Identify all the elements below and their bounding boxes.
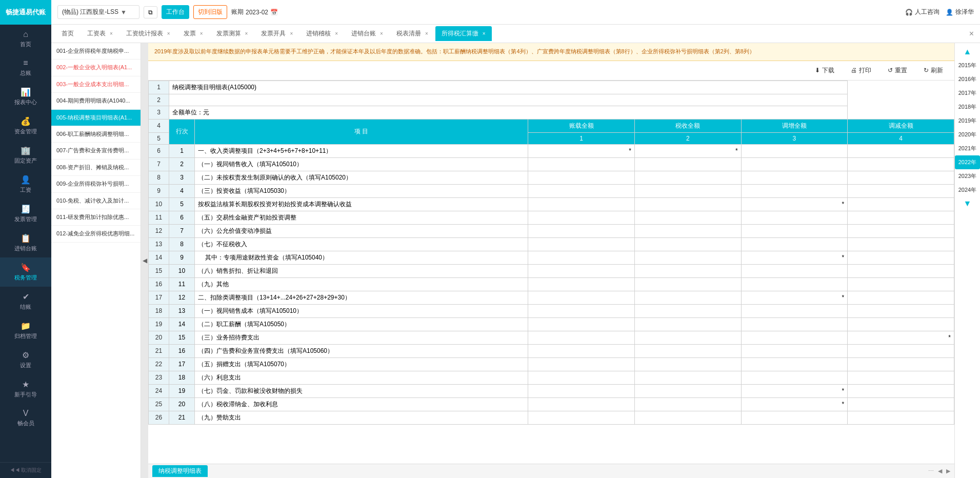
tab-close-icon[interactable]: ×	[245, 31, 248, 36]
left-panel-item-012[interactable]: 012-减免企业所得税优惠明细...	[51, 226, 141, 242]
user-info[interactable]: 👤 徐泽华	[946, 8, 974, 16]
tab-close-icon[interactable]: ×	[167, 31, 170, 36]
company-selector[interactable]: (物品) 江西股皇-LSS ▼	[57, 5, 139, 19]
close-all-tabs-button[interactable]: ×	[967, 27, 976, 41]
year-scroll-up-button[interactable]: ▲	[962, 45, 974, 58]
left-panel-item-001[interactable]: 001-企业所得税年度纳税申...	[51, 43, 141, 59]
sidebar-item-settings[interactable]: ⚙ 设置	[0, 345, 51, 374]
sidebar-item-label: 畅会员	[17, 420, 34, 427]
table-title: 纳税调整项目明细表(A105000)	[169, 81, 848, 94]
download-button[interactable]: ⬇ 下载	[810, 64, 839, 77]
year-2019[interactable]: 2019年	[955, 114, 980, 128]
sidebar-item-new-guide[interactable]: ★ 新手引导	[0, 374, 51, 404]
left-panel-item-008[interactable]: 008-资产折旧、摊销及纳税...	[51, 160, 141, 176]
tab-salary[interactable]: 工资表 ×	[81, 26, 119, 41]
sidebar-item-salary[interactable]: 👤 工资	[0, 170, 51, 199]
main-table: 1 纳税调整项目明细表(A105000) 2 3 全额单位：元	[148, 81, 954, 425]
scroll-right-icon[interactable]: ▶	[946, 468, 950, 474]
user-avatar-icon: 👤	[946, 9, 953, 16]
content-area: 001-企业所得税年度纳税申... 002-一般企业收入明细表(A1... 00…	[51, 43, 980, 478]
sidebar-item-label: 首页	[20, 41, 31, 48]
sidebar-item-invoice-mgmt[interactable]: 🧾 发票管理	[0, 199, 51, 228]
tab-purchase-ledger[interactable]: 进销台账 ×	[345, 26, 389, 41]
year-2018[interactable]: 2018年	[955, 100, 980, 114]
bottom-sheet-tab[interactable]: 纳税调整明细表	[152, 465, 208, 477]
table-toolbar: ⬇ 下载 🖨 打印 ↺ 重置 ↻ 刷新	[148, 61, 954, 81]
tab-close-icon[interactable]: ×	[200, 31, 203, 36]
copy-button[interactable]: ⧉	[144, 6, 157, 18]
sidebar-item-label: 进销台账	[14, 245, 37, 252]
panel-collapse-button[interactable]: ◀	[141, 43, 148, 478]
calendar-icon[interactable]: 📅	[270, 9, 278, 16]
table-row: 19 14 （二）职工薪酬（填写A105050）	[149, 317, 954, 331]
sidebar-item-purchase-ledger[interactable]: 📋 进销台账	[0, 228, 51, 257]
refresh-button[interactable]: ↻ 刷新	[918, 64, 948, 77]
tab-invoice-issue[interactable]: 发票开具 ×	[255, 26, 299, 41]
sidebar-item-label: 报表中心	[14, 98, 37, 106]
sidebar-item-label: 税务管理	[14, 274, 37, 282]
tab-label: 进销稽核	[306, 29, 331, 38]
left-panel-item-006[interactable]: 006-职工薪酬纳税调整明细...	[51, 126, 141, 143]
row-num-4: 4	[149, 119, 169, 132]
report-icon: 📊	[21, 87, 31, 97]
tab-tax-table[interactable]: 税表清册 ×	[390, 26, 434, 41]
reset-button[interactable]: ↺ 重置	[883, 64, 912, 77]
tab-close-icon[interactable]: ×	[335, 31, 338, 36]
sidebar-item-fixed-asset[interactable]: 🏢 固定资产	[0, 141, 51, 170]
left-panel-item-007[interactable]: 007-广告费和业务宣传费明...	[51, 143, 141, 159]
data-table-wrap[interactable]: 1 纳税调整项目明细表(A105000) 2 3 全额单位：元	[148, 81, 954, 464]
workbench-button[interactable]: 工作台	[162, 5, 189, 19]
tab-salary-report[interactable]: 工资统计报表 ×	[120, 26, 176, 41]
topbar-right: 🎧 人工咨询 👤 徐泽华	[905, 8, 974, 16]
left-panel-item-011[interactable]: 011-研发费用加计扣除优惠...	[51, 209, 141, 226]
table-row: 9 4 （三）投资收益（填写A105030）	[149, 184, 954, 197]
sidebar-item-archive[interactable]: 📁 归档管理	[0, 316, 51, 345]
sidebar-item-home[interactable]: ⌂ 首页	[0, 25, 51, 53]
year-2022[interactable]: 2022年	[955, 155, 980, 169]
header-col-e-label: 调增全额	[741, 119, 848, 132]
left-panel-item-005[interactable]: 005-纳税调整项目明细表(A1...	[51, 110, 141, 126]
table-row: 7 2 （一）视同销售收入（填写A105010）	[149, 157, 954, 171]
sidebar-item-asset-mgmt[interactable]: 💰 资金管理	[0, 111, 51, 141]
tab-close-icon[interactable]: ×	[425, 31, 428, 36]
year-2015[interactable]: 2015年	[955, 58, 980, 72]
sidebar-item-vip[interactable]: V 畅会员	[0, 404, 51, 432]
tab-close-icon[interactable]: ×	[110, 31, 113, 36]
purchase-icon: 📋	[21, 233, 31, 243]
year-2017[interactable]: 2017年	[955, 86, 980, 100]
tab-invoice-calc[interactable]: 发票测算 ×	[210, 26, 254, 41]
tab-close-icon[interactable]: ×	[380, 31, 383, 36]
support-btn[interactable]: 🎧 人工咨询	[905, 8, 939, 16]
table-row: 15 10 （八）销售折扣、折让和退回	[149, 264, 954, 277]
pin-toggle[interactable]: ◀◀ 取消固定	[0, 462, 51, 478]
tab-income-tax[interactable]: 所得税汇算缴 ×	[435, 26, 492, 41]
tab-purchase-audit[interactable]: 进销稽核 ×	[300, 26, 344, 41]
switch-old-button[interactable]: 切到旧版	[193, 5, 227, 19]
left-panel-item-009[interactable]: 009-企业所得税弥补亏损明...	[51, 176, 141, 192]
table-row: 26 21 （九）赞助支出	[149, 411, 954, 424]
tab-invoice[interactable]: 发票 ×	[177, 26, 209, 41]
header-col-a: 行次	[169, 119, 195, 144]
left-panel-item-002[interactable]: 002-一般企业收入明细表(A1...	[51, 59, 141, 76]
sidebar-item-report[interactable]: 📊 报表中心	[0, 82, 51, 111]
sidebar: 畅捷通易代账 ⌂ 首页 ≡ 总账 📊 报表中心 💰 资金管理 🏢 固定资产 👤 …	[0, 0, 51, 478]
year-2024[interactable]: 2024年	[955, 183, 980, 197]
sidebar-item-tax-mgmt[interactable]: 🔖 税务管理	[0, 257, 51, 287]
tab-close-icon[interactable]: ×	[483, 31, 486, 36]
left-panel-item-003[interactable]: 003-一般企业成本支出明细...	[51, 76, 141, 93]
left-panel-item-004[interactable]: 004-期间费用明细表(A1040...	[51, 93, 141, 109]
year-2023[interactable]: 2023年	[955, 169, 980, 183]
scroll-left-icon[interactable]: ◀	[938, 468, 942, 474]
tab-label: 工资统计报表	[126, 29, 163, 38]
left-panel-item-010[interactable]: 010-免税、减计收入及加计...	[51, 193, 141, 209]
year-2021[interactable]: 2021年	[955, 142, 980, 155]
tab-label: 税表清册	[396, 29, 421, 38]
year-2020[interactable]: 2020年	[955, 128, 980, 142]
print-button[interactable]: 🖨 打印	[846, 64, 876, 77]
year-2016[interactable]: 2016年	[955, 72, 980, 86]
year-scroll-down-button[interactable]: ▼	[962, 197, 974, 210]
tab-home[interactable]: 首页	[55, 26, 80, 41]
sidebar-item-close[interactable]: ✔ 结账	[0, 287, 51, 316]
sidebar-item-ledger[interactable]: ≡ 总账	[0, 53, 51, 82]
tab-close-icon[interactable]: ×	[290, 31, 293, 36]
